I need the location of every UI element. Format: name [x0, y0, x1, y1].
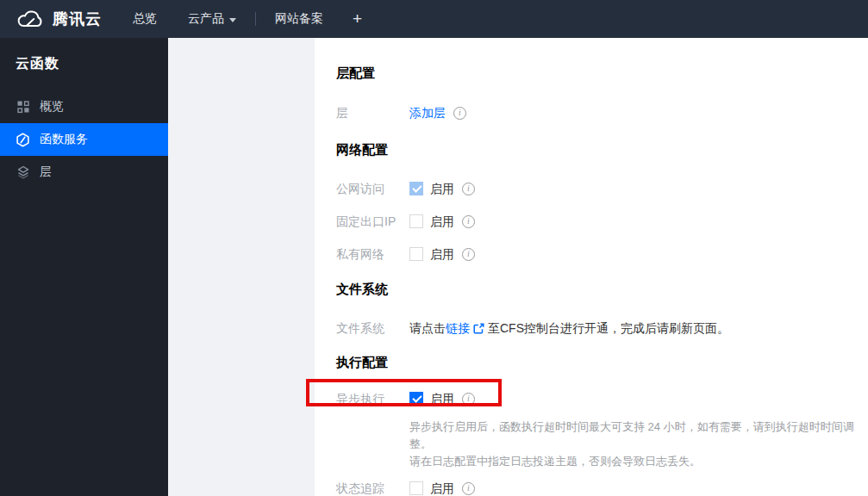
info-icon[interactable]: i [462, 248, 475, 261]
row-label: 固定出口IP [336, 214, 409, 229]
async-help-text: 异步执行启用后，函数执行超时时间最大可支持 24 小时，如有需要，请到执行超时时… [409, 418, 868, 470]
add-tab-button[interactable]: + [353, 9, 362, 28]
enable-label: 启用 [430, 214, 454, 229]
info-icon[interactable]: i [462, 393, 475, 406]
cloud-logo-icon [16, 9, 45, 29]
info-icon[interactable]: i [462, 482, 475, 495]
sidebar-item-label: 层 [40, 164, 52, 180]
nav-item-cloud-products[interactable]: 云产品 [188, 11, 236, 27]
row-label: 文件系统 [336, 320, 409, 336]
async-help-line2: 请在日志配置中指定日志投递主题，否则会导致日志丢失。 [409, 453, 868, 470]
fixed-ip-checkbox[interactable] [409, 214, 423, 228]
form-row-private-network: 私有网络 启用 i [336, 246, 868, 262]
nav-overview-label: 总览 [133, 11, 157, 27]
enable-label: 启用 [430, 181, 454, 196]
form-row-public-access: 公网访问 启用 i [336, 181, 868, 196]
async-execution-checkbox[interactable] [409, 392, 423, 406]
sidebar-item-label: 概览 [40, 99, 64, 115]
row-label: 异步执行 [336, 391, 409, 406]
cfs-console-link[interactable]: 链接 [446, 320, 470, 336]
info-icon[interactable]: i [462, 215, 475, 228]
enable-label: 启用 [430, 480, 454, 496]
section-heading-execution-config: 执行配置 [336, 355, 868, 370]
layers-icon [16, 165, 30, 180]
form-row-file-system: 文件系统 请点击 链接 至CFS控制台进行开通，完成后请刷新页面。 [336, 320, 868, 336]
async-help-line1: 异步执行启用后，函数执行超时时间最大可支持 24 小时，如有需要，请到执行超时时… [409, 418, 868, 453]
sidebar-item-label: 函数服务 [40, 132, 88, 147]
brand-name: 腾讯云 [53, 9, 102, 29]
info-icon[interactable]: i [462, 183, 475, 195]
external-link-icon[interactable] [473, 323, 484, 334]
row-label: 状态追踪 [336, 480, 409, 496]
form-row-fixed-ip: 固定出口IP 启用 i [336, 214, 868, 229]
section-heading-layer-config: 层配置 [336, 65, 868, 81]
sidebar-title: 云函数 [0, 38, 168, 90]
nav-divider [255, 12, 256, 26]
nav-website-record-label: 网站备案 [275, 11, 323, 27]
top-navbar: 腾讯云 总览 云产品 网站备案 + [0, 0, 868, 38]
add-layer-link[interactable]: 添加层 [409, 105, 446, 121]
nav-item-website-record[interactable]: 网站备案 [275, 11, 323, 27]
nav-cloud-products-label: 云产品 [188, 11, 224, 27]
private-network-checkbox[interactable] [409, 247, 423, 261]
nav-item-overview[interactable]: 总览 [133, 11, 157, 27]
function-service-icon [16, 133, 30, 147]
function-config-content: 层配置 层 添加层 i 网络配置 公网访问 启用 i 固定出口IP 启用 i 私… [315, 38, 868, 496]
filesystem-text-before: 请点击 [409, 320, 446, 336]
chevron-down-icon [229, 18, 236, 22]
sidebar: 云函数 概览 函数服务 层 [0, 38, 168, 496]
form-row-layer: 层 添加层 i [336, 105, 868, 121]
secondary-panel [168, 38, 315, 496]
tencent-cloud-logo[interactable]: 腾讯云 [16, 9, 102, 29]
sidebar-item-function-service[interactable]: 函数服务 [0, 123, 168, 156]
filesystem-text-after: 至CFS控制台进行开通，完成后请刷新页面。 [488, 320, 729, 336]
form-row-status-trace: 状态追踪 启用 i [336, 480, 868, 496]
enable-label: 启用 [430, 391, 454, 406]
section-heading-file-system: 文件系统 [336, 282, 868, 297]
info-icon[interactable]: i [453, 107, 466, 120]
sidebar-item-overview[interactable]: 概览 [0, 90, 168, 123]
enable-label: 启用 [430, 246, 454, 262]
form-row-async-execution: 异步执行 启用 i [336, 391, 868, 406]
status-trace-checkbox[interactable] [409, 481, 423, 495]
row-label: 公网访问 [336, 181, 409, 196]
grid-icon [16, 100, 30, 115]
public-access-checkbox [409, 182, 423, 195]
row-label: 私有网络 [336, 246, 409, 262]
sidebar-item-layers[interactable]: 层 [0, 156, 168, 189]
section-heading-network-config: 网络配置 [336, 142, 868, 158]
row-label: 层 [336, 105, 409, 121]
